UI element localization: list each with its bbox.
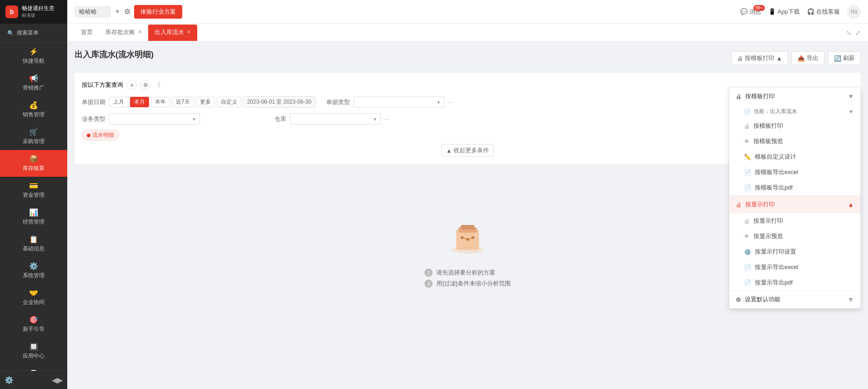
logo-sub: 标准版 <box>22 12 55 19</box>
filter-add-button[interactable]: + <box>127 80 137 90</box>
template-print-header[interactable]: 🖨 按模板打印 ▼ <box>729 88 860 105</box>
tab-batch-account-close[interactable]: ✕ <box>138 29 142 35</box>
date-7-days-btn[interactable]: 近7天 <box>172 97 194 107</box>
date-this-month-btn[interactable]: 本月 <box>130 97 149 107</box>
filter-warehouse-field: 仓库 ··· <box>274 113 389 125</box>
refresh-button[interactable]: 🔄 刷新 <box>828 51 861 65</box>
date-last-month-btn[interactable]: 上月 <box>109 97 128 107</box>
sidebar-item-inventory[interactable]: 📦 库存核算 <box>0 150 67 177</box>
search-menu-button[interactable]: 🔍 搜索菜单 <box>5 27 63 39</box>
user-area: 哈哈哈 ▼ ⚙ 体验行业方案 <box>75 5 735 19</box>
template-preview-item[interactable]: 👁 按模板预览 <box>729 134 860 149</box>
maximize-window-icon[interactable]: ⤢ <box>855 29 861 36</box>
wechat-icon: 💬 <box>29 369 38 371</box>
default-section-chevron: ▼ <box>848 296 854 303</box>
doc-type-select[interactable] <box>354 96 444 108</box>
display-print-item[interactable]: 🖨 按显示打印 <box>729 213 860 229</box>
business-type-select[interactable] <box>109 113 200 125</box>
template-section-chevron: ▼ <box>848 93 854 100</box>
filter-settings-button[interactable]: ⚙ <box>140 80 150 90</box>
template-print-title: 按模板打印 <box>745 92 775 100</box>
warehouse-more-icon[interactable]: ··· <box>384 115 389 122</box>
date-buttons: 上月 本月 本年 近7天 更多 自定义 2023-06-01 至 2023-06… <box>109 96 315 108</box>
warehouse-select[interactable] <box>290 113 381 125</box>
sidebar-item-basic[interactable]: 📋 基础信息 <box>0 230 67 257</box>
page-title: 出入库流水(流水明细) <box>75 49 154 60</box>
collapse-more-button[interactable]: ▲ 收起更多条件 <box>441 144 494 157</box>
trial-button[interactable]: 体验行业方案 <box>134 5 182 19</box>
tab-flow-close[interactable]: ✕ <box>187 29 191 35</box>
display-preview-label: 按显示预览 <box>753 232 783 240</box>
basic-icon: 📋 <box>29 235 38 244</box>
sidebar-item-purchase[interactable]: 🛒 采购管理 <box>0 123 67 150</box>
app-download-button[interactable]: 📱 App下载 <box>768 8 800 16</box>
active-filter-tag[interactable]: 流水明细 <box>82 130 119 140</box>
messages-button[interactable]: 💬 消息 99+ <box>740 8 761 16</box>
display-print-header[interactable]: 🖨 按显示打印 ▲ <box>729 196 860 213</box>
customer-service-label: 在线客服 <box>816 8 840 16</box>
guide-icon: 🎯 <box>29 315 38 324</box>
sidebar-item-sales[interactable]: 💰 销售管理 <box>0 96 67 123</box>
display-export-pdf-item[interactable]: 📄 按显示导出pdf <box>729 275 860 290</box>
main-content: 哈哈哈 ▼ ⚙ 体验行业方案 💬 消息 99+ 📱 App下载 🎧 在线客服 R… <box>67 0 868 389</box>
sidebar-item-system[interactable]: ⚙️ 系统管理 <box>0 257 67 284</box>
empty-step-2: 2 用[过滤]条件来缩小分析范围 <box>424 279 510 288</box>
template-custom-icon: ✏️ <box>744 154 751 160</box>
template-custom-label: 模板自定义设计 <box>755 153 796 161</box>
quick-nav-icon: ⚡ <box>29 47 38 56</box>
current-template-arrow: ▼ <box>848 109 854 115</box>
default-section-header[interactable]: ⚙ 设置默认功能 ▼ <box>729 291 860 308</box>
date-more-btn[interactable]: 更多 <box>196 97 215 107</box>
topbar-settings-icon[interactable]: ⚙ <box>124 7 130 16</box>
refresh-icon: 🔄 <box>834 55 841 62</box>
empty-illustration <box>445 216 490 261</box>
display-export-excel-item[interactable]: 📄 按显示导出excel <box>729 259 860 275</box>
template-export-pdf-item[interactable]: 📄 按模板导出pdf <box>729 180 860 195</box>
tab-flow[interactable]: 出入库流水 ✕ <box>148 25 197 41</box>
finance-icon: 💳 <box>29 181 38 190</box>
template-export-excel-item[interactable]: 📄 按模板导出excel <box>729 165 860 180</box>
template-print-item[interactable]: 🖨 按模板打印 <box>729 118 860 134</box>
sidebar-item-wechat[interactable]: 💬 企业微信 <box>0 364 67 371</box>
date-this-year-btn[interactable]: 本年 <box>151 97 170 107</box>
sidebar-item-apps[interactable]: 🔲 应用中心 <box>0 338 67 364</box>
sidebar-item-marketing[interactable]: 📢 营销推广 <box>0 70 67 96</box>
apps-icon: 🔲 <box>29 342 38 351</box>
date-custom-btn[interactable]: 自定义 <box>217 97 241 107</box>
sidebar-item-finance[interactable]: 💳 资金管理 <box>0 177 67 204</box>
current-template-label: 当前：出入库流水 <box>753 108 797 115</box>
customer-service-button[interactable]: 🎧 在线客服 <box>807 8 840 16</box>
display-preview-item[interactable]: 👁 按显示预览 <box>729 229 860 244</box>
filter-doc-type-field: 单据类型 ··· <box>326 96 453 108</box>
printer-icon: 🖨 <box>736 93 742 100</box>
template-print-icon: 🖨 <box>744 123 750 130</box>
display-print-settings-item[interactable]: ⚙️ 按显示打印设置 <box>729 244 860 259</box>
sidebar-search-area[interactable]: 🔍 搜索菜单 <box>0 24 67 43</box>
message-icon: 💬 <box>740 8 748 15</box>
app-download-icon: 📱 <box>768 8 776 15</box>
tab-batch-account[interactable]: 库存批次账 ✕ <box>99 25 148 41</box>
template-custom-item[interactable]: ✏️ 模板自定义设计 <box>729 149 860 165</box>
restore-window-icon[interactable]: ⤡ <box>846 29 852 36</box>
settings-bottom-icon[interactable]: ⚙️ <box>5 376 14 384</box>
user-avatar[interactable]: Rit <box>847 5 861 19</box>
sidebar-item-operations[interactable]: 📊 经营管理 <box>0 204 67 230</box>
sidebar-item-collab[interactable]: 🤝 企业协同 <box>0 284 67 311</box>
template-current-info: 📄 当前：出入库流水 ▼ <box>729 105 860 118</box>
export-button[interactable]: 📤 导出 <box>792 51 824 65</box>
sidebar-item-quick-nav[interactable]: ⚡ 快捷导航 <box>0 43 67 70</box>
tab-home[interactable]: 首页 <box>75 25 99 41</box>
print-template-button[interactable]: 🖨 按模板打印 ▲ <box>731 51 788 65</box>
doc-type-more-icon[interactable]: ··· <box>448 99 453 105</box>
sidebar-item-guide[interactable]: 🎯 新手引导 <box>0 311 67 338</box>
filter-collapse-icon[interactable]: 《 <box>154 81 160 89</box>
marketing-icon: 📢 <box>29 74 38 83</box>
template-export-pdf-label: 按模板导出pdf <box>755 184 793 192</box>
username-dropdown-icon[interactable]: ▼ <box>115 8 120 15</box>
export-icon: 📤 <box>798 55 805 62</box>
logo-area: b 畅捷通好生意 标准版 <box>0 0 67 24</box>
collapse-sidebar-icon[interactable]: ◀▶ <box>52 376 63 384</box>
filter-tag-dot <box>87 134 90 137</box>
inventory-icon: 📦 <box>29 155 38 163</box>
purchase-icon: 🛒 <box>29 128 38 136</box>
